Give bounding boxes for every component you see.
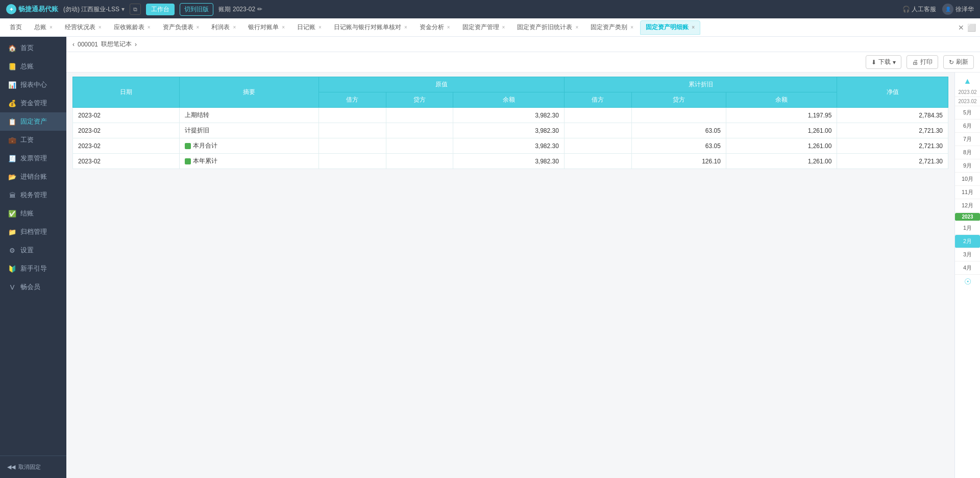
tab-journal-bank-reconcile[interactable]: 日记账与银行对账单核对 × [328, 20, 413, 35]
month-item-6[interactable]: 6月 [955, 119, 980, 133]
tab-fixed-asset-ledger[interactable]: 固定资产明细账 × [640, 20, 700, 35]
sidebar-item-archive[interactable]: 📁 归档管理 [0, 223, 66, 241]
month-nav-up[interactable]: ▲ [964, 75, 972, 88]
month-item-9[interactable]: 9月 [955, 159, 980, 173]
sidebar-item-member[interactable]: V 畅会员 [0, 278, 66, 296]
sidebar-item-tax-mgmt[interactable]: 🏛 税务管理 [0, 186, 66, 204]
sidebar-item-purchase-sales[interactable]: 📂 进销台账 [0, 168, 66, 186]
cell-dep-balance: 1,261.00 [726, 138, 837, 154]
print-button[interactable]: 🖨 打印 [906, 55, 938, 69]
tab-ra-close-icon[interactable]: × [148, 25, 151, 30]
switch-version-button[interactable]: 切到旧版 [180, 3, 213, 16]
ai-service-button[interactable]: 🎧 人工客服 [902, 5, 936, 14]
period-item-1[interactable]: 2023.02 [955, 88, 980, 97]
sidebar-item-payroll[interactable]: 💼 工资 [0, 131, 66, 149]
month-item-3[interactable]: 3月 [955, 248, 980, 261]
month-item-12[interactable]: 12月 [955, 199, 980, 212]
refresh-button[interactable]: ↻ 刷新 [943, 55, 974, 69]
tab-general-ledger[interactable]: 总账 × [29, 20, 58, 35]
tab-fa-close-icon[interactable]: × [447, 25, 450, 30]
tab-mr-close-icon[interactable]: × [99, 25, 102, 30]
tab-bs-close-icon[interactable]: × [197, 25, 200, 30]
sidebar-item-tutorial[interactable]: 🔰 新手引导 [0, 259, 66, 278]
sidebar-item-general-ledger[interactable]: 📒 总账 [0, 57, 66, 76]
sidebar-item-report-center[interactable]: 📊 报表中心 [0, 76, 66, 94]
tab-pl-label: 利润表 [211, 23, 230, 32]
sidebar-item-settlement[interactable]: ✅ 结账 [0, 204, 66, 223]
tab-fixed-asset-dep-stats[interactable]: 固定资产折旧统计表 × [511, 20, 584, 35]
tab-home-label: 首页 [10, 23, 22, 32]
tab-management-report[interactable]: 经营状况表 × [59, 20, 107, 35]
month-item-5[interactable]: 5月 [955, 106, 980, 119]
tab-fund-analysis[interactable]: 资金分析 × [414, 20, 456, 35]
tab-gl-close-icon[interactable]: × [50, 25, 53, 30]
table-row: 2023-02 本年累计 3,982.30 126.10 1,261.00 2,… [73, 154, 948, 169]
month-nav-down[interactable]: ☉ [964, 275, 971, 289]
period-label: 账期 2023-02 ✏ [218, 5, 262, 14]
period-text: 账期 [218, 5, 231, 14]
period-edit-icon[interactable]: ✏ [257, 6, 262, 13]
tab-journal-close-icon[interactable]: × [318, 25, 322, 30]
breadcrumb-next-icon[interactable]: › [135, 41, 137, 48]
maximize-icon[interactable]: ⬜ [967, 23, 976, 32]
tab-journal-label: 日记账 [297, 23, 315, 32]
sidebar: 🏠 首页 📒 总账 📊 报表中心 💰 资金管理 📋 固定资产 💼 工资 🧾 发票… [0, 37, 66, 478]
month-item-11[interactable]: 11月 [955, 186, 980, 199]
th-description: 摘要 [179, 77, 318, 108]
tab-bank-label: 银行对账单 [248, 23, 279, 32]
month-item-7[interactable]: 7月 [955, 133, 980, 146]
cell-date: 2023-02 [73, 108, 180, 123]
cell-orig-debit [318, 138, 386, 154]
tab-mr-label: 经营状况表 [65, 23, 95, 32]
close-all-icon[interactable]: ✕ [958, 23, 964, 32]
sidebar-item-home[interactable]: 🏠 首页 [0, 39, 66, 57]
tab-home[interactable]: 首页 [4, 20, 28, 35]
download-button[interactable]: ⬇ 下载 ▾ [866, 55, 901, 69]
sidebar-item-invoice-mgmt[interactable]: 🧾 发票管理 [0, 149, 66, 168]
tab-fixed-asset-category[interactable]: 固定资产类别 × [585, 20, 639, 35]
unpin-button[interactable]: ◀◀ 取消固定 [0, 460, 66, 474]
download-icon: ⬇ [871, 59, 876, 66]
cell-dep-debit [564, 108, 631, 123]
tab-fixed-asset-mgmt[interactable]: 固定资产管理 × [457, 20, 511, 35]
home-icon: 🏠 [8, 44, 16, 52]
month-item-1[interactable]: 1月 [955, 222, 980, 235]
sidebar-settle-label: 结账 [20, 209, 34, 218]
tab-fac-close-icon[interactable]: × [630, 25, 633, 30]
user-info[interactable]: 👤 徐泽华 [942, 4, 974, 15]
period-item-2[interactable]: 2023.02 [955, 97, 980, 106]
tab-receivable-aging[interactable]: 应收账龄表 × [108, 20, 156, 35]
month-item-2-active[interactable]: 2月 [955, 235, 980, 248]
tab-balance-sheet[interactable]: 资产负债表 × [157, 20, 205, 35]
tab-fal-close-icon[interactable]: × [692, 25, 695, 30]
workbench-button[interactable]: 工作台 [146, 4, 175, 15]
user-name: 徐泽华 [955, 5, 974, 14]
breadcrumb-prev-icon[interactable]: ‹ [72, 41, 75, 48]
cell-orig-debit [318, 154, 386, 169]
tab-jbr-close-icon[interactable]: × [404, 25, 407, 30]
sidebar-item-settings[interactable]: ⚙ 设置 [0, 241, 66, 259]
cell-description: 上期结转 [179, 108, 318, 123]
cell-date: 2023-02 [73, 138, 180, 154]
tab-bank-statement[interactable]: 银行对账单 × [242, 20, 290, 35]
copy-button[interactable]: ⧉ [130, 4, 141, 15]
sidebar-item-fund-mgmt[interactable]: 💰 资金管理 [0, 94, 66, 112]
month-item-10[interactable]: 10月 [955, 173, 980, 186]
th-dep-credit: 贷方 [631, 92, 726, 108]
cell-dep-credit: 63.05 [631, 138, 726, 154]
company-selector[interactable]: (勿动) 江西服业-LSS ▾ [63, 5, 125, 14]
sidebar-footer: ◀◀ 取消固定 [0, 456, 66, 478]
tab-fam-close-icon[interactable]: × [502, 25, 505, 30]
tab-bank-close-icon[interactable]: × [282, 25, 285, 30]
th-dep-balance: 余额 [726, 92, 837, 108]
year-label-2023[interactable]: 2023 [955, 213, 980, 221]
tab-profit-loss[interactable]: 利润表 × [206, 20, 241, 35]
cell-orig-credit [386, 138, 453, 154]
tab-fads-close-icon[interactable]: × [575, 25, 578, 30]
th-original-value: 原值 [318, 77, 564, 92]
sidebar-item-fixed-assets[interactable]: 📋 固定资产 [0, 112, 66, 131]
tab-journal[interactable]: 日记账 × [291, 20, 327, 35]
tab-pl-close-icon[interactable]: × [233, 25, 236, 30]
month-item-4[interactable]: 4月 [955, 261, 980, 275]
month-item-8[interactable]: 8月 [955, 146, 980, 159]
